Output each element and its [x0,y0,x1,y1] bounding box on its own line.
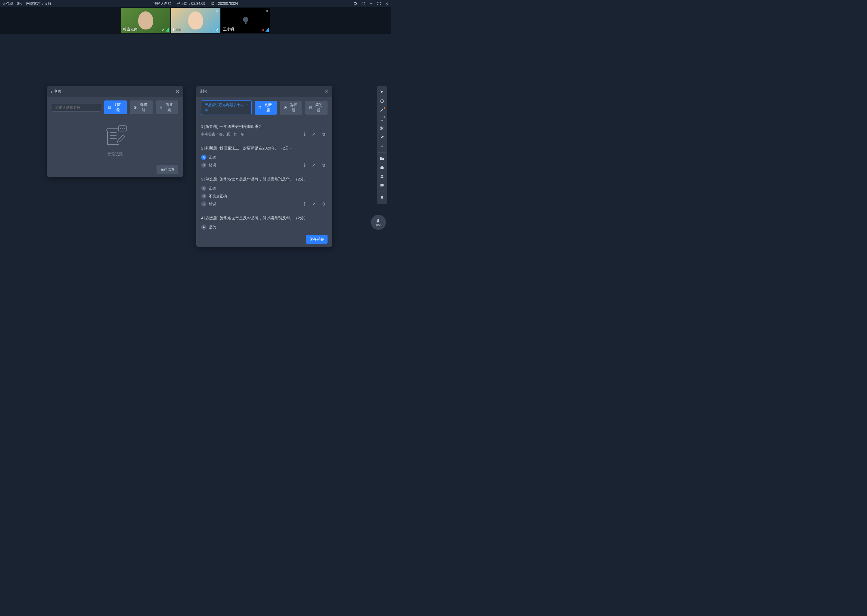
add-choice-button[interactable]: 选择题 [280,101,302,115]
status-bar: 丢包率：0% 网络状态：良好 神秘大自然 已上课：02:34:09 ID：202… [0,0,391,7]
elapsed-time: 已上课：02:34:09 [177,1,205,6]
record-icon[interactable] [353,2,358,6]
edit-question-icon[interactable] [310,130,318,138]
user-tool[interactable] [378,172,386,181]
quiz-name-input[interactable] [52,103,101,112]
text-tool[interactable] [378,115,386,123]
option-label: 是的 [209,225,216,230]
mic-muted-icon [262,28,265,32]
question-list[interactable]: 1 [简答题] 一年四季分别是哪四季?参考答案：春、夏、秋、冬 2 [判断题] … [196,118,333,232]
svg-point-7 [213,30,214,31]
video-tile-teacher[interactable]: 叮当老师 [121,8,170,33]
svg-rect-13 [109,106,111,108]
mic-icon [216,28,219,32]
question-item: 2 [判断题] 我国宪法上一次更新是在2020年。（2分）A正确B错误 [201,141,328,172]
packet-loss-label: 丢包率：0% [2,1,22,6]
svg-rect-35 [380,167,384,169]
minimize-icon[interactable] [369,2,373,6]
chat-tool[interactable] [378,181,386,190]
move-question-icon[interactable] [300,161,308,169]
save-quiz-button[interactable]: 保存试卷 [306,235,328,244]
volume-meter-icon [265,28,269,32]
save-quiz-button[interactable]: 保存试卷 [156,165,178,174]
tools-sidebar [377,86,387,204]
question-title: 3 [单选题] 施华洛世奇是反华品牌，所以梁鼎琪反华。（2分） [201,176,328,182]
maximize-icon[interactable] [377,2,381,6]
settings-icon[interactable] [361,2,366,6]
option-row[interactable]: A正确 [201,184,328,192]
add-choice-button[interactable]: 选择题 [130,101,152,114]
hand-raise-button[interactable]: 0/2 [371,215,386,230]
participant-name: Nina [173,28,181,32]
quiz-panel-filled: 测验 ✕ 产品说试卷名称最多十六个字 判断题 选择题 简答题 1 [简答题] 一… [196,86,333,247]
option-row[interactable]: B不完全正确 [201,231,328,232]
question-title: 2 [判断题] 我国宪法上一次更新是在2020年。（2分） [201,146,328,151]
svg-rect-0 [354,3,356,5]
panel-title: 测验 [200,89,208,94]
svg-point-24 [122,128,123,129]
volume-meter-icon [166,28,169,32]
svg-rect-26 [259,107,261,109]
svg-rect-37 [380,184,384,186]
quiz-name-input[interactable]: 产品说试卷名称最多十六个字 [201,101,252,115]
scissors-tool[interactable] [378,124,386,132]
option-row[interactable]: A是的 [201,223,328,231]
video-tile-student[interactable]: ✕ 王小明 [221,8,270,33]
empty-state-label: 暂无试题 [107,152,123,157]
svg-rect-10 [245,22,247,24]
participant-video-strip: 叮当老师 ✕ Nina ✕ 王小明 [0,7,391,34]
camera-off-icon [240,15,251,26]
toolbox-tool[interactable] [378,163,386,172]
panel-close-icon[interactable]: ✕ [175,89,180,94]
add-short-answer-button[interactable]: 简答题 [305,101,328,115]
option-label: 错误 [209,201,216,207]
delete-question-icon[interactable] [320,200,328,208]
edit-question-icon[interactable] [310,161,318,169]
option-badge: B [201,162,207,168]
question-title: 4 [多选题] 施华洛世奇是反华品牌，所以梁鼎琪反华。（2分） [201,215,328,221]
panel-close-icon[interactable]: ✕ [325,89,329,94]
add-judge-button[interactable]: 判断题 [104,101,127,114]
option-badge: B [201,193,207,199]
svg-point-34 [381,146,383,147]
option-row[interactable]: B不完全正确 [201,192,328,200]
folder-tool[interactable] [378,154,386,163]
delete-question-icon[interactable] [320,161,328,169]
panel-title: 测验 [54,89,61,94]
empty-state: 暂无试题 [47,118,183,162]
video-tile-student[interactable]: ✕ Nina [171,8,220,33]
participant-name: 叮当老师 [123,27,137,32]
option-badge: A [201,225,207,230]
target-icon [211,28,215,32]
participant-name: 王小明 [223,27,234,32]
question-title: 1 [简答题] 一年四季分别是哪四季? [201,124,328,129]
option-badge: A [201,155,207,160]
option-badge: C [201,201,207,207]
eraser-tool[interactable] [378,133,386,141]
add-judge-button[interactable]: 判断题 [255,101,277,115]
bell-tool[interactable] [378,194,386,202]
tile-close-icon[interactable]: ✕ [265,9,268,13]
svg-point-1 [363,3,364,4]
empty-quiz-icon [101,123,129,148]
svg-point-32 [380,127,381,127]
option-label: 正确 [209,186,216,191]
delete-question-icon[interactable] [320,130,328,138]
close-icon[interactable] [385,2,389,6]
edit-question-icon[interactable] [310,200,318,208]
tile-close-icon[interactable]: ✕ [215,9,218,13]
add-short-answer-button[interactable]: 简答题 [156,101,178,114]
brightness-tool[interactable] [378,142,386,150]
svg-point-9 [243,17,248,22]
back-icon[interactable]: ‹ [50,90,52,94]
pointer-tool[interactable] [378,88,386,96]
class-title: 神秘大自然 [153,1,171,6]
option-label: 错误 [209,163,216,168]
svg-point-23 [120,128,121,129]
move-tool[interactable] [378,97,386,105]
svg-point-15 [135,107,136,108]
move-question-icon[interactable] [300,200,308,208]
option-row[interactable]: A正确 [201,153,328,161]
move-question-icon[interactable] [300,130,308,138]
pen-tool[interactable] [378,106,386,114]
